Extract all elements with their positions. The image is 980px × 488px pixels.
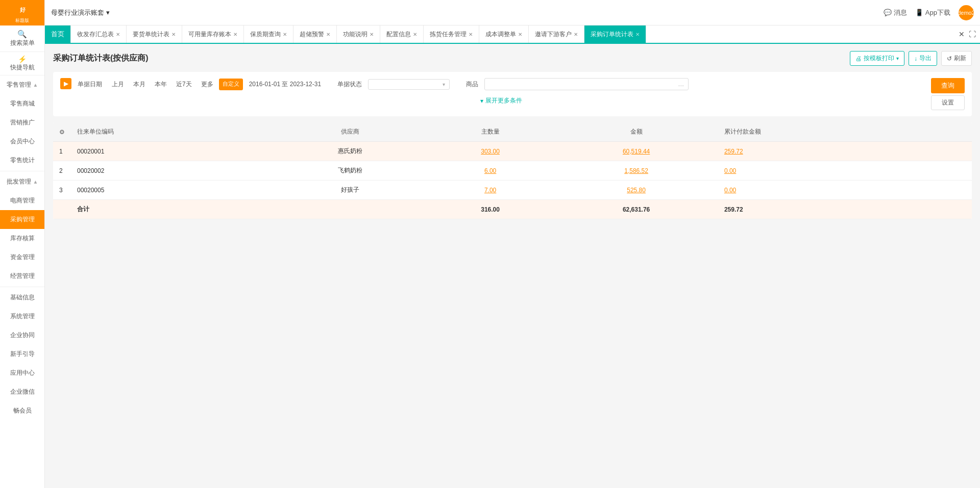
sidebar-item-operation[interactable]: 经营管理 <box>0 267 44 286</box>
tab-home[interactable]: 首页 <box>45 25 71 43</box>
th-extra <box>921 122 972 142</box>
app-download-btn[interactable]: 📱 App下载 <box>915 8 950 17</box>
data-table-wrap: ⚙ 往来单位编码 供应商 主数量 金额 累计付款金额 1 00020001 <box>53 122 972 219</box>
tab-func-desc-close[interactable]: ✕ <box>370 32 374 37</box>
tab-stock-book[interactable]: 可用量库存账本 ✕ <box>182 25 244 43</box>
filter-row-date: 单据日期 上月 本月 本年 近7天 更多 自定义 2016-01-01 至 20… <box>78 78 925 90</box>
export-icon: ↓ <box>914 55 917 62</box>
settings-icon[interactable]: ⚙ <box>59 129 65 136</box>
status-select[interactable]: ▾ <box>368 79 450 90</box>
tab-expiry[interactable]: 保质期查询 ✕ <box>244 25 293 43</box>
filter-collapse-btn[interactable]: ▶ <box>60 78 71 89</box>
tab-invite-customer[interactable]: 邀请下游客户 ✕ <box>529 25 584 43</box>
topbar-right: 💬 消息 📱 App下载 demo2 <box>884 5 974 20</box>
paid-link-3[interactable]: 0.00 <box>724 187 736 194</box>
tab-func-desc[interactable]: 功能说明 ✕ <box>337 25 380 43</box>
refresh-btn[interactable]: ↺ 刷新 <box>941 51 972 66</box>
close-all-tabs-btn[interactable]: ✕ <box>959 30 965 38</box>
td-extra-1 <box>921 142 972 161</box>
tab-order-stat[interactable]: 要货单统计表 ✕ <box>127 25 182 43</box>
sidebar-item-search[interactable]: 🔍 搜索菜单 <box>0 25 44 52</box>
th-qty: 主数量 <box>426 122 554 142</box>
goods-input-more[interactable]: … <box>678 81 684 88</box>
td-amount-2: 1,586.52 <box>554 161 718 181</box>
message-btn[interactable]: 💬 消息 <box>884 8 907 17</box>
shortcut-this-month[interactable]: 本月 <box>130 79 149 90</box>
goods-input[interactable] <box>489 81 678 88</box>
filter-expand-row: ▾ 展开更多条件 <box>78 94 925 105</box>
sidebar-item-corp-wechat[interactable]: 企业微信 <box>0 382 44 401</box>
tab-overstock-close[interactable]: ✕ <box>326 32 330 37</box>
workspace-selector[interactable]: 母婴行业演示账套 ▾ <box>51 8 110 17</box>
shortcut-more[interactable]: 更多 <box>198 79 217 90</box>
sidebar-item-shortcut[interactable]: ⚡ 快捷导航 <box>0 52 44 75</box>
amount-link-3[interactable]: 525.80 <box>627 187 646 194</box>
tab-collect-close[interactable]: ✕ <box>116 32 120 37</box>
shortcut-this-year[interactable]: 本年 <box>151 79 170 90</box>
tab-config-info-close[interactable]: ✕ <box>413 32 417 37</box>
tfoot-extra <box>921 200 972 219</box>
tab-overstock[interactable]: 超储预警 ✕ <box>293 25 337 43</box>
tab-pick-task-close[interactable]: ✕ <box>469 32 473 37</box>
filter-settings-btn[interactable]: 设置 <box>931 95 965 110</box>
print-btn[interactable]: 🖨 按模板打印 ▾ <box>850 51 904 66</box>
sidebar-item-member2[interactable]: 畅会员 <box>0 401 44 420</box>
refresh-icon: ↺ <box>947 55 952 62</box>
tabbar: 首页 收发存汇总表 ✕ 要货单统计表 ✕ 可用量库存账本 ✕ 保质期查询 ✕ 超… <box>45 25 980 44</box>
sidebar-item-basic[interactable]: 基础信息 <box>0 288 44 307</box>
sidebar-item-inventory[interactable]: 库存核算 <box>0 229 44 248</box>
expand-more-btn[interactable]: ▾ 展开更多条件 <box>480 96 522 105</box>
shortcut-custom[interactable]: 自定义 <box>219 79 243 90</box>
sidebar-item-finance[interactable]: 资金管理 <box>0 248 44 267</box>
main-area: 母婴行业演示账套 ▾ 💬 消息 📱 App下载 demo2 首页 收发存汇总表 … <box>45 0 980 488</box>
tab-invite-customer-close[interactable]: ✕ <box>574 32 578 37</box>
sidebar-item-enterprise[interactable]: 企业协同 <box>0 326 44 345</box>
td-paid-2: 0.00 <box>718 161 921 181</box>
tab-pick-task[interactable]: 拣货任务管理 ✕ <box>424 25 479 43</box>
sidebar-item-wholesale[interactable]: 批发管理 ▲ <box>0 172 44 191</box>
sidebar-item-retail-stat[interactable]: 零售统计 <box>0 151 44 170</box>
qty-link-1[interactable]: 303.00 <box>481 148 500 155</box>
paid-link-2[interactable]: 0.00 <box>724 167 736 174</box>
tab-config-info[interactable]: 配置信息 ✕ <box>380 25 424 43</box>
user-avatar[interactable]: demo2 <box>959 5 974 20</box>
sidebar-item-new-guide[interactable]: 新手引导 <box>0 345 44 364</box>
sidebar-item-member[interactable]: 会员中心 <box>0 132 44 151</box>
sidebar-item-app-center[interactable]: 应用中心 <box>0 364 44 382</box>
shortcut-7days[interactable]: 近7天 <box>173 79 195 90</box>
tab-order-stat-close[interactable]: ✕ <box>172 32 176 37</box>
sidebar-item-marketing[interactable]: 营销推广 <box>0 113 44 132</box>
wholesale-expand-icon: ▲ <box>33 179 38 185</box>
status-filter-label: 单据状态 <box>337 80 362 89</box>
export-btn[interactable]: ↓ 导出 <box>909 51 937 66</box>
logo-icon: 好 <box>15 2 30 16</box>
sidebar-item-ecommerce[interactable]: 电商管理 <box>0 191 44 210</box>
logo[interactable]: 好 标题版 <box>0 0 44 25</box>
td-extra-3 <box>921 181 972 200</box>
tab-expiry-close[interactable]: ✕ <box>283 32 287 37</box>
query-btn[interactable]: 查询 <box>931 78 965 93</box>
fullscreen-btn[interactable]: ⛶ <box>969 30 976 38</box>
td-index-1: 1 <box>53 142 71 161</box>
tab-purchase-stat-close[interactable]: ✕ <box>635 32 640 37</box>
qty-link-3[interactable]: 7.00 <box>484 187 496 194</box>
sidebar-item-retail-mall[interactable]: 零售商城 <box>0 94 44 113</box>
tab-cost-adjust-close[interactable]: ✕ <box>518 32 522 37</box>
workspace-name: 母婴行业演示账套 <box>51 8 104 17</box>
page-title: 采购订单统计表(按供应商) <box>53 53 149 64</box>
shortcut-last-month[interactable]: 上月 <box>108 79 128 90</box>
amount-link-2[interactable]: 1,586.52 <box>624 167 648 174</box>
tab-collect[interactable]: 收发存汇总表 ✕ <box>71 25 127 43</box>
qty-link-2[interactable]: 6.00 <box>484 167 496 174</box>
table-row: 2 00020002 飞鹤奶粉 6.00 1,586.52 0.00 <box>53 161 972 181</box>
paid-link-1[interactable]: 259.72 <box>724 148 743 155</box>
sidebar-item-system[interactable]: 系统管理 <box>0 307 44 326</box>
tab-purchase-stat[interactable]: 采购订单统计表 ✕ <box>584 25 646 43</box>
sidebar-item-retail[interactable]: 零售管理 ▲ <box>0 75 44 94</box>
tab-stock-book-close[interactable]: ✕ <box>233 32 237 37</box>
tfoot-empty2 <box>274 200 426 219</box>
tab-cost-adjust[interactable]: 成本调整单 ✕ <box>479 25 529 43</box>
sidebar-item-purchase[interactable]: 采购管理 <box>0 210 44 229</box>
retail-expand-icon: ▲ <box>33 82 38 88</box>
amount-link-1[interactable]: 60,519.44 <box>623 148 650 155</box>
